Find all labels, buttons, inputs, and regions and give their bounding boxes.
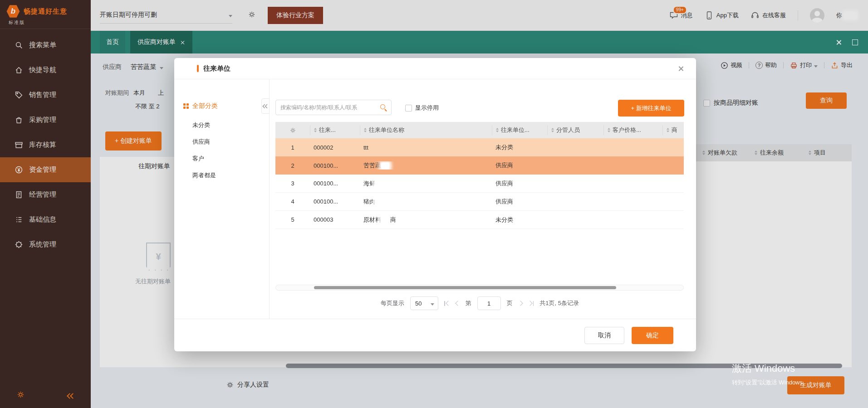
category-item-both[interactable]: 两者都是 (174, 167, 269, 184)
last-page-button[interactable] (528, 301, 534, 306)
search-input[interactable] (276, 100, 391, 115)
first-page-button[interactable] (444, 301, 450, 306)
column-header-type[interactable]: 往来单位... (492, 125, 547, 135)
table-header-row: 往来... 往来单位名称 往来单位... 分管人员 客户价格... 商 (275, 122, 684, 138)
table-row[interactable]: 3 000100... 海鲜 供应商 (275, 175, 684, 193)
table-row[interactable]: 1 000002 ttt 未分类 (275, 138, 684, 156)
counterparty-modal: 往来单位 全部分类 未分类 供应商 客户 两者都是 (174, 58, 696, 351)
modal-controls: 显示停用 + 新增往来单位 (275, 100, 684, 117)
confirm-button[interactable]: 确定 (632, 327, 673, 344)
add-counterparty-button[interactable]: + 新增往来单位 (618, 100, 684, 117)
double-chevron-left-icon (263, 104, 268, 108)
counterparty-table: 往来... 往来单位名称 往来单位... 分管人员 客户价格... 商 1 00… (275, 122, 684, 229)
search-box (275, 100, 392, 115)
column-header-goods[interactable]: 商 (662, 125, 684, 135)
category-item-unclassified[interactable]: 未分类 (174, 117, 269, 133)
per-page-label: 每页显示 (381, 299, 404, 307)
show-disabled-checkbox-row[interactable]: 显示停用 (405, 104, 439, 112)
category-item-supplier[interactable]: 供应商 (174, 133, 269, 150)
page-suffix: 页 (507, 299, 513, 307)
column-header-price[interactable]: 客户价格... (603, 125, 662, 135)
category-panel: 全部分类 未分类 供应商 客户 两者都是 (174, 79, 270, 319)
next-page-button[interactable] (519, 301, 522, 305)
redacted-text (375, 180, 387, 187)
pagination-summary: 共1页, 5条记录 (539, 299, 579, 307)
category-all[interactable]: 全部分类 (174, 102, 269, 110)
modal-footer: 取消 确定 (174, 319, 696, 351)
modal-body: 全部分类 未分类 供应商 客户 两者都是 显示停用 + 新增往来单位 (174, 79, 696, 319)
modal-horizontal-scrollbar[interactable] (275, 285, 684, 291)
page-prefix: 第 (466, 299, 471, 307)
gear-icon (289, 127, 296, 134)
redacted-text (375, 199, 387, 205)
grid-icon (183, 103, 189, 109)
column-header-name[interactable]: 往来单位名称 (360, 125, 492, 135)
redacted-text (381, 217, 390, 223)
checkbox[interactable] (405, 105, 412, 112)
modal-content: 显示停用 + 新增往来单位 往来... 往来单位名称 往来单位... 分管人员 … (270, 79, 696, 319)
sort-icon (496, 128, 499, 132)
category-list: 未分类 供应商 客户 两者都是 (174, 117, 269, 184)
search-icon[interactable] (380, 104, 387, 111)
chevron-down-icon (431, 303, 434, 306)
column-header-code[interactable]: 往来... (310, 125, 360, 135)
modal-title: 往来单位 (203, 64, 230, 73)
column-settings-button[interactable] (275, 125, 310, 135)
table-row[interactable]: 4 000100... 猪肉 供应商 (275, 193, 684, 211)
category-item-customer[interactable]: 客户 (174, 150, 269, 167)
table-row[interactable]: 5 000003 原材料商 未分类 (275, 211, 684, 229)
page-number-input[interactable] (477, 296, 501, 310)
modal-close-icon[interactable] (677, 65, 684, 72)
redacted-text (381, 163, 389, 169)
cancel-button[interactable]: 取消 (584, 327, 624, 344)
sort-icon (667, 128, 669, 132)
modal-header: 往来单位 (174, 58, 696, 79)
column-header-manager[interactable]: 分管人员 (547, 125, 603, 135)
pagination: 每页显示 50 第 页 共1页, 5条记录 (275, 296, 684, 310)
prev-page-button[interactable] (456, 301, 460, 305)
scrollbar-thumb[interactable] (314, 286, 616, 289)
sort-icon (364, 128, 367, 132)
title-accent (197, 65, 199, 72)
sort-icon (314, 128, 317, 132)
table-row[interactable]: 2 000100... 苦苦蔬 供应商 (275, 156, 684, 175)
sort-icon (608, 128, 610, 132)
panel-collapse-button[interactable] (261, 98, 270, 114)
per-page-select[interactable]: 50 (410, 296, 438, 310)
sort-icon (551, 128, 554, 132)
